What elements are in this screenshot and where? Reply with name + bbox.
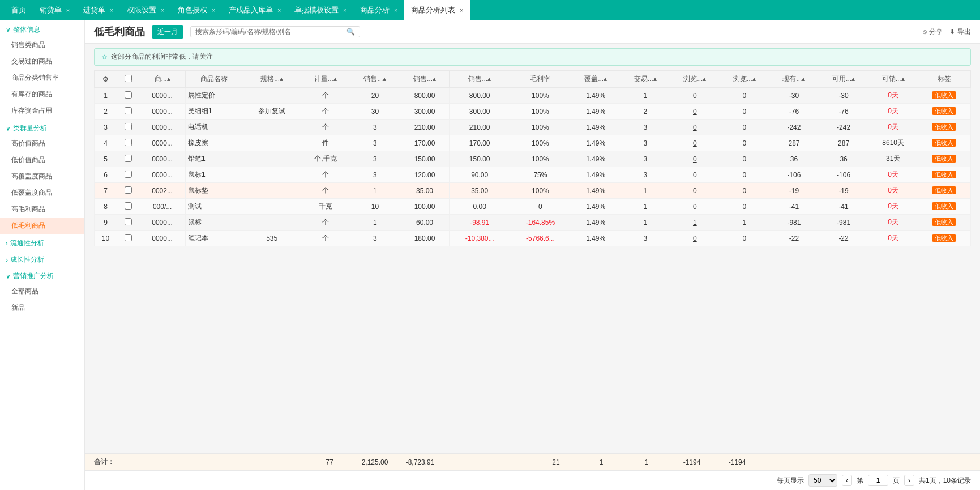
select-all-checkbox[interactable] [125,75,132,82]
sidebar-item-category-rate[interactable]: 商品分类销售率 [0,70,84,86]
col-spec[interactable]: 规格...▴ [243,71,301,88]
export-button[interactable]: ⬇ 导出 [949,27,971,37]
row-checkbox[interactable] [117,199,139,215]
close-icon[interactable]: × [460,7,463,14]
row-view1[interactable]: 0 [670,135,720,151]
close-icon[interactable]: × [343,7,346,14]
row-view1[interactable]: 0 [670,151,720,167]
nav-template[interactable]: 单据模板设置 × [288,0,353,20]
sidebar-item-stocked[interactable]: 有库存的商品 [0,86,84,103]
row-select-checkbox[interactable] [125,234,132,241]
col-view2[interactable]: 浏览...▴ [720,71,769,88]
col-sales3[interactable]: 销售...▴ [450,71,510,88]
close-icon[interactable]: × [161,7,164,14]
row-view1[interactable]: 0 [670,88,720,104]
row-checkbox[interactable] [117,151,139,167]
sidebar-item-sales-goods[interactable]: 销售类商品 [0,37,84,53]
row-name[interactable]: 电话机 [185,120,243,135]
row-name[interactable]: 测试 [185,199,243,215]
nav-home[interactable]: 首页 [5,0,33,20]
col-tag[interactable]: 标签 [918,71,970,88]
sidebar-item-low-margin[interactable]: 低毛利商品 [0,218,84,234]
row-checkbox[interactable] [117,167,139,183]
page-number-input[interactable] [868,475,888,486]
row-name[interactable]: 鼠标1 [185,167,243,183]
row-select-checkbox[interactable] [125,155,132,162]
sidebar-item-new-goods[interactable]: 新品 [0,300,84,316]
date-filter-button[interactable]: 近一月 [152,25,183,39]
row-checkbox[interactable] [117,135,139,151]
row-view1[interactable]: 0 [670,167,720,183]
row-name[interactable]: 鼠标垫 [185,183,243,199]
close-icon[interactable]: × [212,7,215,14]
col-margin-rate[interactable]: 毛利率 [510,71,571,88]
sidebar-item-traded-goods[interactable]: 交易过的商品 [0,53,84,70]
sidebar-group-circulation[interactable]: › 流通性分析 [0,234,84,250]
row-name[interactable]: 铅笔1 [185,151,243,167]
col-coverage[interactable]: 覆盖...▴ [571,71,620,88]
col-sales2[interactable]: 销售...▴ [400,71,450,88]
sidebar-item-all-goods[interactable]: 全部商品 [0,283,84,300]
row-checkbox[interactable] [117,215,139,231]
row-view1[interactable]: 0 [670,231,720,246]
sidebar-group-marketing[interactable]: ∨ 营销推广分析 [0,267,84,283]
row-view1[interactable]: 0 [670,104,720,120]
col-settings[interactable]: ⚙ [95,71,117,88]
sidebar-item-high-coverage[interactable]: 高覆盖度商品 [0,168,84,185]
col-code[interactable]: 商...▴ [139,71,186,88]
close-icon[interactable]: × [394,7,397,14]
row-checkbox[interactable] [117,120,139,135]
nav-sales[interactable]: 销货单 × [33,0,76,20]
sidebar-group-cluster[interactable]: ∨ 类群量分析 [0,119,84,135]
row-checkbox[interactable] [117,88,139,104]
prev-page-button[interactable]: ‹ [842,475,852,486]
row-view1[interactable]: 0 [670,183,720,199]
sidebar-group-growth[interactable]: › 成长性分析 [0,250,84,267]
sidebar-item-high-value[interactable]: 高价值商品 [0,135,84,152]
row-view1[interactable]: 0 [670,120,720,135]
row-view1[interactable]: 0 [670,199,720,215]
sidebar-item-low-value[interactable]: 低价值商品 [0,152,84,168]
row-select-checkbox[interactable] [125,202,132,210]
row-name[interactable]: 笔记本 [185,231,243,246]
row-select-checkbox[interactable] [125,91,132,99]
sidebar-group-overview[interactable]: ∨ 整体信息 [0,20,84,37]
per-page-select[interactable]: 50 20 100 [808,474,837,487]
nav-analysis-list[interactable]: 商品分析列表 × [404,0,470,20]
sidebar-item-capital[interactable]: 库存资金占用 [0,103,84,119]
row-select-checkbox[interactable] [125,171,132,178]
row-select-checkbox[interactable] [125,186,132,194]
nav-product-in[interactable]: 产成品入库单 × [222,0,288,20]
nav-role[interactable]: 角色授权 × [171,0,222,20]
close-icon[interactable]: × [277,7,281,14]
row-select-checkbox[interactable] [125,218,132,225]
row-select-checkbox[interactable] [125,123,132,130]
sidebar-item-low-coverage[interactable]: 低覆盖度商品 [0,185,84,201]
row-select-checkbox[interactable] [125,139,132,146]
row-select-checkbox[interactable] [125,107,132,114]
nav-analysis[interactable]: 商品分析 × [353,0,404,20]
row-checkbox[interactable] [117,183,139,199]
row-name[interactable]: 橡皮擦 [185,135,243,151]
row-name[interactable]: 鼠标 [185,215,243,231]
share-button[interactable]: ⎋ 分享 [923,27,943,37]
search-input[interactable] [195,28,344,36]
col-view1[interactable]: 浏览...▴ [670,71,720,88]
col-sales1[interactable]: 销售...▴ [350,71,400,88]
row-view1[interactable]: 1 [670,215,720,231]
row-name[interactable]: 属性定价 [185,88,243,104]
next-page-button[interactable]: › [904,475,914,486]
row-name[interactable]: 吴细细1 [185,104,243,120]
nav-permission[interactable]: 权限设置 × [120,0,171,20]
row-checkbox[interactable] [117,104,139,120]
nav-purchase[interactable]: 进货单 × [76,0,120,20]
col-available[interactable]: 可用...▴ [819,71,868,88]
col-unit[interactable]: 计量...▴ [301,71,350,88]
row-checkbox[interactable] [117,231,139,246]
sidebar-item-high-margin[interactable]: 高毛利商品 [0,201,84,218]
col-name[interactable]: 商品名称 [185,71,243,88]
col-current-stock[interactable]: 现有...▴ [769,71,819,88]
close-icon[interactable]: × [66,7,70,14]
col-trade[interactable]: 交易...▴ [620,71,670,88]
close-icon[interactable]: × [110,7,113,14]
